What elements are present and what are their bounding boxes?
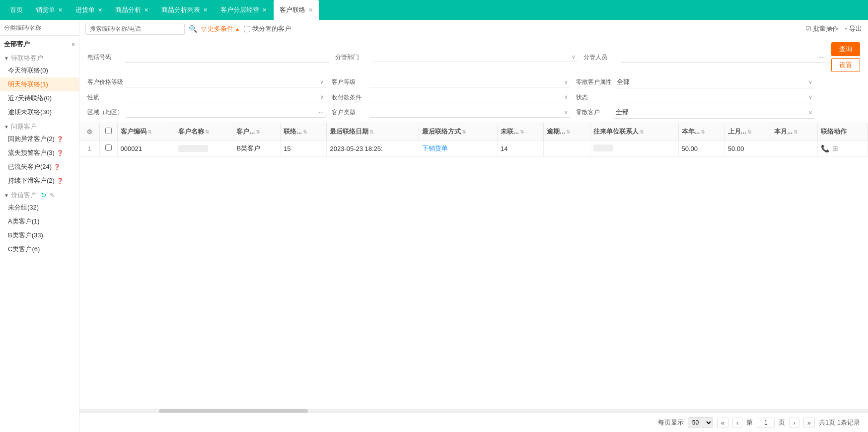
filter-cell-retail-attr: 零散客户属性 全部 ∨ bbox=[576, 76, 814, 88]
settings-button[interactable]: 设置 bbox=[831, 58, 860, 72]
nature-label: 性质 bbox=[87, 93, 122, 102]
sidebar-item-churn-warning[interactable]: 流失预警客户(3) ❓ bbox=[0, 146, 79, 160]
sidebar-item-today-pending[interactable]: 今天待联络(0) bbox=[0, 64, 79, 77]
nav-customer-layering[interactable]: 客户分层经营 ✕ bbox=[215, 0, 273, 20]
col-action: 联络动作 bbox=[817, 123, 868, 141]
nav-sales-order[interactable]: 销货单 ✕ bbox=[30, 0, 69, 20]
dept-select[interactable]: ∨ bbox=[373, 52, 577, 62]
sidebar-item-a-type[interactable]: A类客户(1) bbox=[0, 215, 79, 228]
payment-select[interactable]: ∨ bbox=[369, 92, 570, 102]
sidebar-item-repurchase-anomaly[interactable]: 回购异常客户(2) ❓ bbox=[0, 132, 79, 146]
sort-icon-this-month: ⇅ bbox=[794, 129, 797, 135]
price-level-select[interactable]: ∨ bbox=[126, 77, 326, 87]
contacts-value bbox=[593, 144, 613, 151]
customer-type-chevron: ∨ bbox=[564, 109, 568, 116]
last-page-button[interactable]: » bbox=[803, 418, 815, 428]
pagination-bar: 每页显示 50 100 200 « ‹ 第 页 › » 共1页 1条记录 bbox=[79, 413, 868, 432]
nav-close-product-analysis[interactable]: ✕ bbox=[144, 7, 148, 13]
first-page-button[interactable]: « bbox=[717, 418, 728, 428]
filter-cell-region: 区域（地区） ··· bbox=[87, 107, 326, 118]
export-button[interactable]: ↑ 导出 bbox=[845, 24, 863, 33]
person-dots-icon[interactable]: ··· bbox=[818, 54, 823, 61]
col-last-contact-method: 最后联络方式 ⇅ bbox=[419, 123, 498, 141]
nav-product-analysis[interactable]: 商品分析 ✕ bbox=[109, 0, 154, 20]
total-label: 共1页 1条记录 bbox=[819, 418, 860, 427]
sidebar-item-overdue-pending[interactable]: 逾期未联络(30) bbox=[0, 105, 79, 119]
nav-close-customer-contact[interactable]: ✕ bbox=[308, 7, 313, 13]
edit-icon[interactable]: ✎ bbox=[50, 192, 55, 199]
row-last-month-cell: 50.00 bbox=[724, 141, 771, 157]
row-name-cell: Ea bbox=[175, 141, 233, 157]
retail-customer-select[interactable]: 全部 ∨ bbox=[614, 106, 814, 119]
search-input[interactable] bbox=[85, 23, 185, 35]
more-conditions-button[interactable]: ▽ 更多条件 ▲ bbox=[201, 24, 240, 33]
nav-customer-contact[interactable]: 客户联络 ✕ bbox=[274, 0, 319, 20]
row-checkbox[interactable] bbox=[105, 144, 112, 151]
nav-close-sales-order[interactable]: ✕ bbox=[58, 7, 63, 13]
sort-icon-unlinked: ⇅ bbox=[520, 129, 524, 135]
all-customers-header: 全部客户 « bbox=[0, 36, 79, 51]
sidebar-item-tomorrow-pending[interactable]: 明天待联络(1) bbox=[0, 77, 79, 91]
sidebar-item-7days-pending[interactable]: 近7天待联络(0) bbox=[0, 91, 79, 105]
filter-cell-person: 分管人员 ··· bbox=[583, 52, 825, 63]
status-chevron: ∨ bbox=[808, 94, 812, 100]
collapse-icon[interactable]: « bbox=[72, 41, 75, 48]
settings-gear-icon[interactable]: ⚙ bbox=[86, 128, 92, 136]
nav-close-product-analysis-list[interactable]: ✕ bbox=[203, 7, 208, 13]
status-select[interactable]: ∨ bbox=[614, 92, 814, 102]
sidebar-search-container: 🔍 bbox=[0, 20, 79, 36]
search-button[interactable]: 🔍 bbox=[189, 25, 197, 33]
col-overdue: 逾期... ⇅ bbox=[544, 123, 590, 141]
region-label: 区域（地区） bbox=[87, 108, 123, 117]
help-icon-4: ❓ bbox=[57, 178, 64, 184]
sort-icon-last-date: ⇅ bbox=[369, 129, 373, 135]
filter-row-1: 电话号码 分管部门 ∨ 分管人员 ··· 查询 bbox=[87, 42, 860, 72]
triangle-icon: ▼ bbox=[4, 56, 9, 61]
horizontal-scrollbar-track[interactable] bbox=[79, 409, 868, 413]
nature-select[interactable]: ∨ bbox=[125, 92, 326, 102]
sidebar-item-declining[interactable]: 持续下滑客户(2) ❓ bbox=[0, 174, 79, 188]
page-input[interactable] bbox=[757, 418, 775, 428]
my-customers-checkbox[interactable] bbox=[244, 26, 250, 32]
nav-close-customer-layering[interactable]: ✕ bbox=[262, 7, 267, 13]
nav-close-purchase-order[interactable]: ✕ bbox=[98, 7, 102, 13]
filter-row-4: 区域（地区） ··· 客户类型 ∨ 零散客户 全部 ∨ bbox=[87, 106, 860, 119]
batch-op-button[interactable]: ☑ 批量操作 bbox=[805, 24, 839, 33]
select-all-checkbox[interactable] bbox=[105, 128, 112, 134]
grid-action-icon[interactable]: ⊞ bbox=[832, 144, 838, 152]
per-page-select[interactable]: 50 100 200 bbox=[688, 417, 713, 428]
retail-attr-select[interactable]: 全部 ∨ bbox=[615, 76, 814, 88]
filter-bar-right: ☑ 批量操作 ↑ 导出 bbox=[805, 24, 863, 33]
sidebar-item-b-type[interactable]: B类客户(33) bbox=[0, 228, 79, 242]
nav-purchase-order[interactable]: 进货单 ✕ bbox=[70, 0, 108, 20]
prev-page-button[interactable]: ‹ bbox=[732, 418, 742, 428]
my-customers-checkbox-label[interactable]: 我分管的客户 bbox=[244, 24, 291, 33]
query-button[interactable]: 查询 bbox=[831, 42, 860, 56]
customer-level-select[interactable]: ∨ bbox=[369, 77, 570, 87]
value-section-label: ▼ 价值客户 ↻ ✎ bbox=[0, 188, 79, 201]
filter-cell-status: 状态 ∨ bbox=[576, 92, 814, 102]
region-dots-icon[interactable]: ··· bbox=[319, 109, 324, 116]
sidebar-item-c-type[interactable]: C类客户(6) bbox=[0, 242, 79, 256]
sidebar-item-ungrouped[interactable]: 未分组(32) bbox=[0, 201, 79, 215]
filter-cell-dept: 分管部门 ∨ bbox=[335, 52, 577, 62]
nature-chevron: ∨ bbox=[320, 94, 324, 100]
sidebar-item-churned[interactable]: 已流失客户(24) ❓ bbox=[0, 160, 79, 174]
last-method-link[interactable]: 下销货单 bbox=[422, 144, 448, 152]
page-label: 第 bbox=[746, 418, 753, 427]
export-icon: ↑ bbox=[845, 25, 848, 33]
next-page-button[interactable]: › bbox=[789, 418, 799, 428]
nav-home[interactable]: 首页 bbox=[4, 0, 29, 20]
sidebar-search-input[interactable] bbox=[4, 24, 78, 31]
phone-input[interactable] bbox=[125, 52, 329, 63]
customer-type-select[interactable]: ∨ bbox=[369, 108, 570, 118]
col-last-contact-date: 最后联络日期 ⇅ bbox=[327, 123, 419, 141]
problem-section-label: ▼ 问题客户 bbox=[0, 119, 79, 132]
nav-product-analysis-list[interactable]: 商品分析列表 ✕ bbox=[155, 0, 214, 20]
refresh-icon[interactable]: ↻ bbox=[41, 191, 47, 199]
filter-cell-nature: 性质 ∨ bbox=[87, 92, 326, 102]
retail-attr-label: 零散客户属性 bbox=[576, 78, 612, 86]
customer-type-label: 客户类型 bbox=[332, 108, 366, 117]
sidebar: 🔍 全部客户 « ▼ 待联络客户 今天待联络(0) 明天待联络(1) 近7天待联… bbox=[0, 20, 79, 432]
phone-action-icon[interactable]: 📞 bbox=[821, 144, 829, 152]
